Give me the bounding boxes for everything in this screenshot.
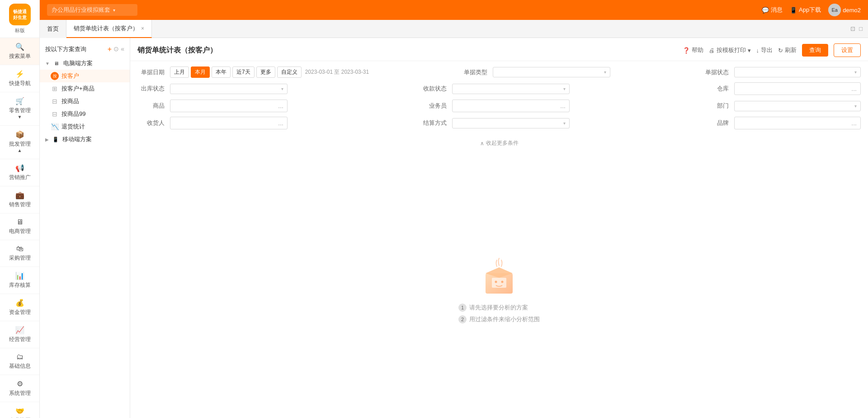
date-more-btn[interactable]: 更多 (256, 66, 275, 78)
warehouse-label: 仓库 (702, 85, 729, 93)
collapse-button[interactable]: ∧ 收起更多条件 (476, 136, 522, 151)
tree-item-by-customer[interactable]: 按 按客户 (40, 70, 130, 82)
retail-icon: 🛒 (15, 97, 24, 105)
tree-group-pc-icon: 🖥 (52, 59, 61, 67)
sidebar-item-search[interactable]: 🔍 搜索菜单 (0, 38, 39, 65)
sidebar-item-finance[interactable]: 💰 资金管理 (0, 294, 39, 321)
sidebar-item-purchase[interactable]: 🛍 采购管理 (0, 240, 39, 267)
date-last7-btn[interactable]: 近7天 (232, 66, 255, 78)
tip-text-1: 请先选择要分析的方案 (469, 304, 528, 312)
tree-item-return-stats[interactable]: 📉 退货统计 (40, 120, 130, 133)
receiver-dots-icon[interactable]: ... (278, 119, 283, 127)
doc-type-select[interactable]: ▾ (493, 67, 610, 77)
date-current-year-btn[interactable]: 本年 (212, 66, 231, 78)
message-button[interactable]: 💬 消息 (762, 6, 783, 14)
user-label: demo2 (843, 7, 861, 14)
doc-type-chevron-icon: ▾ (604, 70, 606, 75)
sidebar-item-operations[interactable]: 📈 经营管理 (0, 321, 39, 348)
sidebar-item-marketing[interactable]: 📢 营销推广 (0, 159, 39, 186)
settlement-chevron-icon: ▾ (563, 121, 566, 126)
goods-label: 商品 (137, 102, 165, 110)
sidebar-item-wholesale[interactable]: 📦 批发管理 ▲ (0, 126, 39, 159)
print-button[interactable]: 🖨 按模板打印 ▾ (709, 46, 751, 54)
date-filter-label: 单据日期 (137, 68, 165, 76)
user-menu[interactable]: Ea demo2 (828, 4, 861, 16)
goods-dots-icon[interactable]: ... (278, 102, 283, 109)
refresh-button[interactable]: ↻ 刷新 (778, 46, 797, 54)
tab-home-label: 首页 (47, 25, 59, 33)
tab-close-icon[interactable]: × (141, 25, 144, 32)
sidebar-item-quicknav[interactable]: ⚡ 快捷导航 (0, 65, 39, 92)
settings-button[interactable]: 设置 (834, 43, 861, 57)
panel-collapse-icon[interactable]: « (121, 45, 124, 53)
avatar-text: Ea (832, 7, 838, 13)
query-button[interactable]: 查询 (802, 44, 828, 57)
tab-home[interactable]: 首页 (40, 20, 66, 38)
tree-item-by-goods99[interactable]: ⊟ 按商品99 (40, 108, 130, 120)
out-status-select[interactable]: ▾ (170, 84, 288, 94)
tree-group-pc-chevron-icon: ▼ (45, 61, 50, 66)
receiver-select[interactable]: ... (170, 117, 288, 129)
sidebar-item-basic-label: 基础信息 (9, 362, 31, 370)
tree-group-mobile[interactable]: ▶ 📱 移动端方案 (40, 133, 130, 146)
print-icon: 🖨 (709, 47, 715, 54)
panel-add-icon[interactable]: + (108, 45, 112, 53)
brand-dots-icon[interactable]: ... (851, 119, 857, 127)
sidebar-item-enterprise[interactable]: 🤝 企业协同 (0, 402, 39, 418)
export-button[interactable]: ↓ 导出 (756, 46, 773, 54)
download-button[interactable]: 📱 App下载 (790, 6, 821, 14)
sidebar-item-system[interactable]: ⚙ 系统管理 (0, 375, 39, 402)
tree-group-pc[interactable]: ▼ 🖥 电脑端方案 (40, 57, 130, 70)
ecommerce-icon: 🖥 (16, 218, 24, 226)
warehouse-dots-icon[interactable]: ... (851, 85, 857, 92)
brand-select[interactable]: ... (734, 117, 861, 129)
panel-header: 按以下方案查询 + ⊙ « (40, 42, 130, 57)
logo-image: 畅捷通好生意 (9, 4, 31, 25)
svg-point-3 (495, 280, 497, 283)
download-icon: 📱 (790, 7, 797, 14)
date-range-text: 2023-03-01 至 2023-03-31 (305, 68, 369, 76)
tree-item-by-goods[interactable]: ⊟ 按商品 (40, 95, 130, 108)
sidebar-item-retail-label: 零售管理 (9, 107, 31, 114)
tab-maximize[interactable]: ⊡ □ (845, 25, 868, 32)
help-button[interactable]: ❓ 帮助 (683, 46, 703, 54)
date-custom-btn[interactable]: 自定义 (277, 66, 302, 78)
tree-group-mobile-label: 移动端方案 (62, 135, 92, 143)
sidebar-item-ecommerce[interactable]: 🖥 电商管理 (0, 214, 39, 240)
salesman-select[interactable]: ... (452, 100, 570, 112)
sales-icon: 💼 (15, 191, 24, 200)
payment-status-select[interactable]: ▾ (452, 84, 570, 94)
panel-settings-icon[interactable]: ⊙ (113, 45, 119, 53)
maximize-icon: □ (859, 25, 863, 32)
date-current-month-btn[interactable]: 本月 (191, 66, 210, 78)
help-icon: ❓ (683, 47, 690, 54)
svg-point-4 (501, 280, 504, 283)
sidebar-item-sales[interactable]: 💼 销售管理 (0, 186, 39, 214)
warehouse-select[interactable]: ... (734, 82, 861, 95)
sidebar-item-inventory[interactable]: 📊 库存核算 (0, 267, 39, 294)
tip-num-1: 1 (458, 304, 467, 312)
by-customer-goods-label: 按客户+商品 (61, 85, 94, 93)
sidebar-item-retail[interactable]: 🛒 零售管理 ▼ (0, 92, 39, 126)
filter-row-3: 商品 ... 业务员 ... 部门 ▾ (137, 100, 861, 112)
doc-status-select[interactable]: ▾ (734, 67, 861, 77)
sidebar-item-basic[interactable]: 🗂 基础信息 (0, 348, 39, 375)
by-goods99-label: 按商品99 (61, 110, 85, 118)
salesman-dots-icon[interactable]: ... (560, 102, 566, 109)
dept-chevron-icon: ▾ (854, 104, 857, 109)
doc-status-label: 单据状态 (702, 68, 729, 76)
dept-select[interactable]: ▾ (734, 101, 861, 111)
tree-item-by-customer-goods[interactable]: ⊞ 按客户+商品 (40, 82, 130, 95)
wholesale-icon: 📦 (15, 130, 24, 139)
settlement-select[interactable]: ▾ (452, 118, 570, 128)
inventory-icon: 📊 (15, 271, 24, 280)
page-header: 销货单统计表（按客户） ❓ 帮助 🖨 按模板打印 ▾ ↓ 导出 (130, 38, 868, 61)
industry-selector[interactable]: 办公用品行业模拟账套 ▾ (47, 4, 137, 16)
sidebar-logo: 畅捷通好生意 标版 (0, 0, 39, 38)
quicknav-icon: ⚡ (15, 70, 24, 78)
refresh-icon: ↻ (778, 47, 783, 54)
tab-active[interactable]: 销货单统计表（按客户） × (66, 20, 152, 38)
goods-select[interactable]: ... (170, 100, 288, 112)
date-last-month-btn[interactable]: 上月 (170, 66, 189, 78)
empty-state: 1 请先选择要分析的方案 2 用过滤条件来缩小分析范围 (130, 158, 868, 418)
